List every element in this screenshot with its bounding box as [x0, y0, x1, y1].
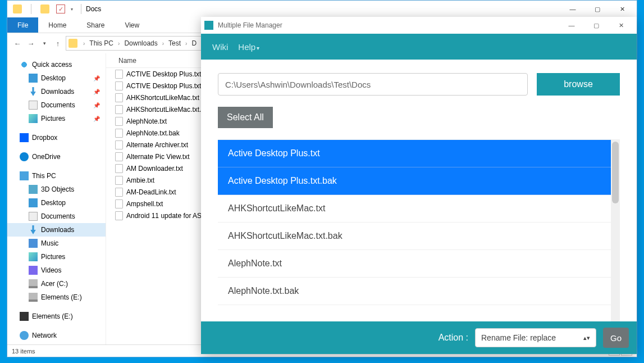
- scrollbar[interactable]: [611, 139, 620, 321]
- tree-music[interactable]: Music: [7, 237, 106, 250]
- file-icon: [115, 105, 123, 114]
- folder-icon: [68, 39, 77, 48]
- chevron-right-icon[interactable]: ›: [81, 40, 87, 47]
- navigation-tree[interactable]: Quick access Desktop📌 Downloads📌 Documen…: [7, 53, 106, 344]
- item-count: 13 items: [12, 348, 35, 355]
- onedrive-icon: [20, 152, 29, 161]
- mfm-list-item[interactable]: Active Desktop Plus.txt.bak: [218, 167, 620, 195]
- file-name: Alternate Archiver.txt: [126, 141, 188, 149]
- file-name: Android 11 update for ASU: [126, 212, 207, 220]
- tree-dropbox[interactable]: Dropbox: [7, 131, 106, 144]
- up-button[interactable]: ↑: [52, 38, 63, 49]
- chevron-right-icon[interactable]: ›: [183, 40, 189, 47]
- multiple-file-manager-window: Multiple File Manager — ▢ ✕ Wiki Help▾ C…: [201, 17, 637, 354]
- maximize-button[interactable]: ▢: [585, 1, 610, 17]
- drive-icon: [29, 279, 38, 288]
- pictures-icon: [29, 252, 38, 261]
- chevron-right-icon[interactable]: ›: [116, 40, 122, 47]
- file-name: ACTIVE Desktop Plus.txt: [126, 70, 201, 78]
- back-button[interactable]: ←: [12, 38, 23, 49]
- file-icon: [115, 188, 123, 197]
- tree-videos[interactable]: Videos: [7, 264, 106, 277]
- pin-icon: 📌: [93, 75, 100, 81]
- tree-3d-objects[interactable]: 3D Objects: [7, 183, 106, 196]
- qat-dropdown-icon[interactable]: ▾: [71, 7, 73, 12]
- chevron-right-icon[interactable]: ›: [160, 40, 166, 47]
- tree-this-pc[interactable]: This PC: [7, 169, 106, 183]
- desktop-icon: [29, 74, 38, 83]
- tree-documents2[interactable]: Documents: [7, 210, 106, 223]
- downloads-icon: [29, 87, 38, 96]
- tree-downloads[interactable]: Downloads📌: [7, 85, 106, 98]
- pictures-icon: [29, 114, 38, 123]
- menu-wiki[interactable]: Wiki: [212, 42, 228, 52]
- breadcrumb-segment[interactable]: This PC: [87, 39, 116, 47]
- mfm-list-item[interactable]: AHKShortcutLikeMac.txt: [218, 195, 620, 223]
- file-icon: [115, 129, 123, 138]
- checkbox-icon[interactable]: ✓: [56, 4, 65, 13]
- ribbon-home-tab[interactable]: Home: [38, 17, 76, 33]
- caret-down-icon: ▾: [257, 45, 259, 51]
- file-name: AHKShortcutLikeMac.txt.ba: [126, 106, 209, 114]
- maximize-button[interactable]: ▢: [584, 17, 609, 34]
- forward-button[interactable]: →: [25, 38, 36, 49]
- tree-elements-ext[interactable]: Elements (E:): [7, 310, 106, 323]
- drive-icon: [20, 312, 29, 321]
- browse-button[interactable]: browse: [537, 73, 620, 96]
- folder-icon[interactable]: [40, 4, 49, 13]
- minimize-button[interactable]: —: [559, 17, 584, 34]
- network-icon: [20, 331, 29, 340]
- history-dropdown-icon[interactable]: ▾: [39, 38, 50, 49]
- tree-desktop2[interactable]: Desktop: [7, 196, 106, 210]
- close-button[interactable]: ✕: [610, 1, 634, 17]
- tree-downloads2[interactable]: Downloads: [7, 223, 106, 237]
- mfm-list-item[interactable]: AHKShortcutLikeMac.txt.bak: [218, 223, 620, 250]
- downloads-icon: [29, 225, 38, 234]
- select-all-button[interactable]: Select All: [218, 107, 273, 128]
- file-icon: [115, 140, 123, 149]
- action-select[interactable]: Rename File: replace ▴▾: [475, 328, 596, 347]
- path-input[interactable]: C:\Users\Ashwin\Downloads\Test\Docs: [218, 73, 528, 96]
- tree-pictures2[interactable]: Pictures: [7, 250, 106, 264]
- ribbon-share-tab[interactable]: Share: [76, 17, 115, 33]
- ribbon-view-tab[interactable]: View: [115, 17, 149, 33]
- music-icon: [29, 239, 38, 248]
- breadcrumb-segment[interactable]: Test: [166, 39, 183, 47]
- file-name: AM-DeadLink.txt: [126, 188, 176, 196]
- close-button[interactable]: ✕: [609, 17, 633, 34]
- desktop-icon: [29, 198, 38, 207]
- file-icon: [115, 152, 123, 161]
- explorer-titlebar: ✓ ▾ Docs — ▢ ✕: [7, 1, 637, 17]
- tree-network[interactable]: Network: [7, 329, 106, 342]
- tree-onedrive[interactable]: OneDrive: [7, 150, 106, 164]
- breadcrumb-segment[interactable]: Downloads: [122, 39, 159, 47]
- file-name: AM Downloader.txt: [126, 165, 183, 173]
- tree-documents[interactable]: Documents📌: [7, 98, 106, 112]
- tree-desktop[interactable]: Desktop📌: [7, 71, 106, 85]
- mfm-list-item[interactable]: Active Desktop Plus.txt: [218, 140, 620, 167]
- mfm-list-item[interactable]: AlephNote.txt: [218, 250, 620, 278]
- go-button[interactable]: Go: [603, 328, 629, 348]
- breadcrumb-segment[interactable]: D: [189, 39, 199, 47]
- file-name: Ambie.txt: [126, 176, 154, 184]
- tree-drive-c[interactable]: Acer (C:): [7, 277, 106, 291]
- folder-icon: [13, 4, 22, 13]
- mfm-list-item[interactable]: AlephNote.txt.bak: [218, 278, 620, 305]
- file-icon: [115, 211, 123, 220]
- mfm-footer: Action : Rename File: replace ▴▾ Go: [201, 321, 637, 354]
- file-icon: [115, 93, 123, 102]
- address-bar[interactable]: › This PC › Downloads › Test › D: [66, 36, 202, 51]
- action-label: Action :: [439, 333, 468, 343]
- minimize-button[interactable]: —: [560, 1, 585, 17]
- videos-icon: [29, 266, 38, 275]
- ribbon-file-tab[interactable]: File: [7, 17, 38, 33]
- tree-drive-e[interactable]: Elements (E:): [7, 291, 106, 304]
- scrollbar-thumb[interactable]: [612, 142, 619, 203]
- tree-quick-access[interactable]: Quick access: [7, 58, 106, 71]
- tree-pictures[interactable]: Pictures📌: [7, 112, 106, 125]
- menu-help[interactable]: Help▾: [238, 42, 259, 52]
- mfm-file-list[interactable]: Active Desktop Plus.txtActive Desktop Pl…: [218, 139, 620, 321]
- window-title: Docs: [86, 5, 101, 13]
- documents-icon: [29, 212, 38, 221]
- file-name: AlephNote.txt.bak: [126, 129, 180, 137]
